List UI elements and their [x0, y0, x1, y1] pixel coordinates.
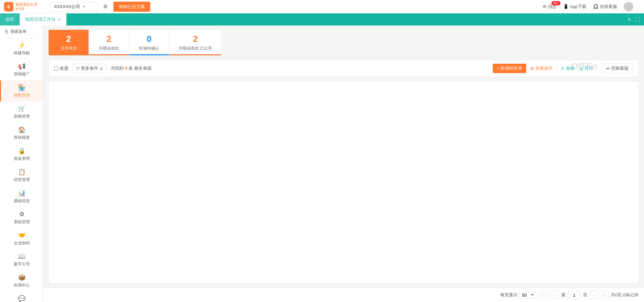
summary-card-pending-confirm[interactable]: 0 旺铺待确认	[129, 30, 169, 55]
app-download-button[interactable]: 📱 App下载	[563, 4, 586, 10]
beginner-icon: 📖	[18, 253, 25, 260]
sidebar-item-finance[interactable]: 🔒 资金管理	[0, 144, 43, 165]
batch-ops-button[interactable]: ⊞ 批量操作	[530, 65, 553, 71]
sidebar-item-system-label: 系统管理	[14, 219, 30, 225]
mobile-icon: 📱	[563, 4, 569, 9]
sidebar-item-inventory[interactable]: 🏠 库存核算	[0, 123, 43, 144]
summary-card-overdue-unshipped[interactable]: 2 到期未收款 已出库	[169, 30, 221, 55]
marketing-icon: 📢	[18, 63, 25, 70]
sales-icon: 🏪	[18, 84, 25, 91]
operations-icon: 📋	[18, 168, 25, 176]
sidebar-item-beginner[interactable]: 📖 新手引导	[0, 249, 43, 270]
prev-page-button[interactable]: ＜	[550, 291, 559, 299]
print-button[interactable]: 🖨 打印	[579, 65, 593, 71]
inventory-icon: 🏠	[18, 126, 25, 133]
sidebar-item-operations[interactable]: 📋 经营管理	[0, 165, 43, 186]
sidebar-item-basic-info[interactable]: 📊 基础信息	[0, 186, 43, 207]
nav-tabs: 首页 钱货日清工作台 ✕ ✕ ⛶	[0, 13, 644, 25]
sidebar-item-quick-nav-label: 快捷导航	[14, 50, 30, 56]
settings-button[interactable]: ⚙	[100, 1, 111, 12]
sidebar-item-purchase-label: 采购管理	[14, 114, 30, 119]
summary-cards: 2 全部单据 2 到期未收款 0 旺铺待确认 2 到期未收款 已出库	[48, 29, 222, 56]
per-page-label: 每页显示	[500, 292, 518, 298]
toolbar-divider2	[597, 65, 598, 71]
quick-nav-icon: ⚡	[18, 42, 25, 49]
total-text: 共0页,0条记录	[611, 292, 639, 298]
more-conditions-button[interactable]: ▽ 更多条件 ∨	[72, 64, 107, 73]
switch-label: 切换新版	[611, 65, 629, 71]
app-center-icon: 📦	[18, 274, 25, 281]
summary-card-overdue-unpaid[interactable]: 2 到期未收款	[89, 30, 129, 55]
sidebar-item-beginner-label: 新手引导	[14, 261, 30, 267]
more-conditions-label: 更多条件	[81, 65, 98, 71]
cooperation-icon: 🤝	[18, 232, 25, 239]
last-page-button[interactable]: ⟩⟩	[600, 291, 609, 299]
top-bar: 6 畅捷通好生意 标准版 XXXXXX公司 ▼ ⚙ 体验行业方案 ✉ 消息 99…	[0, 0, 644, 13]
first-page-button[interactable]: ⟨⟨	[540, 291, 548, 299]
select-all-checkbox[interactable]: 全选	[54, 65, 68, 71]
avatar[interactable]	[624, 2, 633, 11]
company-selector[interactable]: XXXXXX公司 ▼	[50, 2, 97, 11]
overdue-unpaid-count: 2	[98, 34, 119, 44]
switch-version-button[interactable]: ⇌ 切换新版	[602, 63, 633, 73]
page-size-select: 每页显示 10 20 50 100	[500, 292, 536, 299]
finance-icon: 🔒	[18, 147, 25, 155]
online-service-button[interactable]: 🎧 在线客服	[593, 4, 617, 10]
select-all-label: 全选	[60, 65, 68, 71]
messages-button[interactable]: ✉ 消息 99+	[543, 4, 556, 10]
sidebar-item-app-center[interactable]: 📦 应用中心	[0, 270, 43, 292]
next-page-button[interactable]: ＞	[589, 291, 598, 299]
search-menu[interactable]: ☰ 搜索菜单	[0, 25, 43, 38]
overdue-unshipped-label: 到期未收款 已出库	[179, 46, 212, 51]
sidebar-item-sales[interactable]: 🏪 销售管理	[0, 80, 43, 102]
page-input[interactable]	[568, 292, 581, 299]
pending-confirm-label: 旺铺待确认	[139, 46, 160, 51]
sidebar-item-cooperation[interactable]: 🤝 企业协同	[0, 228, 43, 249]
batch-ops-label: 批量操作	[535, 65, 553, 71]
window-expand-icon[interactable]: ⛶	[635, 17, 640, 22]
window-close-icon[interactable]: ✕	[627, 17, 631, 22]
sidebar-item-marketing-label: 营销推广	[14, 71, 30, 77]
logo-area: 6 畅捷通好生意 标准版	[4, 2, 47, 11]
pending-confirm-count: 0	[139, 34, 160, 44]
overdue-unshipped-count: 2	[179, 34, 212, 44]
chevron-down-icon: ∨	[100, 66, 103, 71]
sidebar-item-finance-label: 资金管理	[14, 156, 30, 162]
pagination-bar: 每页显示 10 20 50 100 ⟨⟨ ＜ 第 页 ＞ ⟩⟩ 共0页,0条记录	[43, 288, 644, 302]
online-service-label: 在线客服	[600, 4, 617, 10]
select-all-input[interactable]	[54, 66, 58, 71]
layout: ☰ 搜索菜单 ⚡ 快捷导航 📢 营销推广 🏪 销售管理 🛒 采购管理 🏠 库存核…	[0, 25, 644, 302]
table-area	[48, 81, 639, 284]
sidebar-item-basic-info-label: 基础信息	[14, 198, 30, 204]
sidebar-item-wechat[interactable]: 💬 企业微信	[0, 292, 43, 302]
refresh-button[interactable]: ↻ 刷新	[561, 65, 575, 71]
found-unit: 条	[128, 66, 133, 71]
chevron-down-icon: ▼	[82, 5, 86, 8]
tab-workspace[interactable]: 钱货日清工作台 ✕	[20, 13, 66, 25]
sidebar-item-inventory-label: 库存核算	[14, 135, 30, 140]
message-icon: ✉	[543, 4, 546, 9]
page-nav: ⟨⟨ ＜ 第 页 ＞ ⟩⟩ 共0页,0条记录	[540, 291, 639, 299]
page-label: 第	[561, 292, 566, 298]
logo-icon: 6	[4, 2, 13, 11]
summary-card-all[interactable]: 2 全部单据	[49, 30, 89, 55]
found-count: 0	[125, 66, 127, 71]
sidebar-item-app-center-label: 应用中心	[14, 283, 30, 288]
sidebar-item-system[interactable]: ⚙ 系统管理	[0, 207, 43, 228]
tab-home[interactable]: 首页	[0, 13, 20, 25]
top-right: ✉ 消息 99+ 📱 App下载 🎧 在线客服	[543, 2, 640, 11]
sidebar-item-purchase[interactable]: 🛒 采购管理	[0, 102, 43, 123]
basic-info-icon: 📊	[18, 189, 25, 197]
per-page-select[interactable]: 10 20 50 100	[519, 292, 536, 299]
messages-badge: 99+	[551, 1, 560, 5]
sidebar-item-marketing[interactable]: 📢 营销推广	[0, 59, 43, 80]
tab-close-icon[interactable]: ✕	[58, 17, 61, 22]
nav-right-icons: ✕ ⛶	[627, 17, 644, 22]
purchase-icon: 🛒	[18, 105, 25, 112]
app-download-label: App下载	[570, 4, 586, 10]
logo-text: 畅捷通好生意 标准版	[15, 2, 38, 11]
sidebar-item-operations-label: 经营管理	[14, 177, 30, 183]
sidebar-item-quick-nav[interactable]: ⚡ 快捷导航	[0, 38, 43, 59]
trial-button[interactable]: 体验行业方案	[113, 2, 150, 12]
add-sales-button[interactable]: + 新增销售单	[493, 64, 526, 73]
